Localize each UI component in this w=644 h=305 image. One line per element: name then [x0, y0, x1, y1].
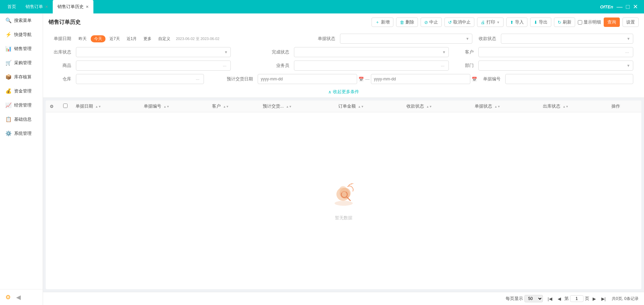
shortcut-yesterday[interactable]: 昨天: [76, 35, 89, 42]
page-input[interactable]: [570, 295, 584, 302]
new-icon: ＋: [375, 19, 380, 25]
sidebar-item-purchase-mgmt-label: 采购管理: [14, 60, 32, 66]
settings-icon[interactable]: ⚙: [50, 104, 54, 109]
filter-area: 单据日期 昨天 今天 近7天 近1月 更多 自定义 2023-06-02 至 2…: [48, 30, 639, 98]
receipt-status-select[interactable]: ▼: [501, 34, 633, 44]
warehouse-input[interactable]: ···: [76, 74, 204, 84]
customer-input[interactable]: ···: [478, 47, 633, 57]
col-no-header[interactable]: 单据编号 ▲▼: [140, 101, 208, 112]
col-date-label: 单据日期: [76, 104, 93, 109]
cancel-stop-button[interactable]: ↺ 取消中止: [444, 17, 474, 27]
page-suffix: 页: [585, 296, 589, 302]
stop-button[interactable]: ⊘ 中止: [421, 17, 442, 27]
last-page-btn[interactable]: ▶|: [599, 296, 608, 302]
sidebar-settings-icon[interactable]: ⚙: [5, 294, 11, 301]
col-checkbox-header[interactable]: [59, 101, 72, 112]
sidebar-item-basic-info[interactable]: 📋 基础信息: [0, 112, 43, 126]
refresh-button[interactable]: ↻ 刷新: [554, 17, 575, 27]
sidebar-item-purchase-mgmt[interactable]: 🛒 采购管理: [0, 56, 43, 70]
import-label: 导入: [515, 19, 524, 25]
sidebar-item-inventory[interactable]: 📦 库存核算: [0, 70, 43, 84]
sidebar-item-finance[interactable]: 💰 资金管理: [0, 84, 43, 98]
sidebar-item-search-menu[interactable]: 🔍 搜索菜单: [0, 13, 43, 28]
settings-label: 设置: [626, 19, 635, 25]
sidebar-item-inventory-label: 库存核算: [14, 74, 32, 80]
window-minimize-btn[interactable]: —: [616, 3, 622, 10]
window-maximize-btn[interactable]: □: [626, 3, 630, 10]
tab-sales-order[interactable]: 销售订单 ✕: [21, 0, 53, 13]
first-page-btn[interactable]: |◀: [546, 296, 554, 302]
shortcut-7days[interactable]: 近7天: [107, 35, 123, 42]
salesman-input[interactable]: ···: [294, 61, 449, 71]
warehouse-dots[interactable]: ···: [195, 77, 201, 82]
collapse-row[interactable]: ∧ 收起更多条件: [54, 87, 633, 98]
expected-date-from[interactable]: [258, 74, 357, 84]
sidebar-item-operations[interactable]: 📈 经营管理: [0, 98, 43, 112]
tab-home[interactable]: 首页: [3, 0, 21, 13]
col-date-header[interactable]: 单据日期 ▲▼: [72, 101, 140, 112]
refresh-icon: ↻: [558, 20, 561, 25]
sidebar: 🔍 搜索菜单 ⚡ 快捷导航 📊 销售管理 🛒 采购管理 📦 库存核算 💰: [0, 13, 43, 305]
col-settings-header[interactable]: ⚙: [46, 101, 59, 112]
customer-dots[interactable]: ···: [624, 50, 630, 55]
calendar-to-icon[interactable]: 📅: [472, 77, 477, 82]
print-button[interactable]: 🖨 打印 ▼: [477, 17, 504, 27]
col-out-status-header[interactable]: 出库状态 ▲▼: [539, 101, 607, 112]
col-no-sort[interactable]: ▲▼: [164, 105, 170, 108]
expected-date-to[interactable]: [371, 74, 470, 84]
tab-sales-order-history-close[interactable]: ✕: [86, 5, 89, 9]
out-status-select[interactable]: ▼: [76, 47, 231, 57]
delete-button[interactable]: 🗑 删除: [396, 17, 418, 27]
col-bill-status-sort[interactable]: ▲▼: [495, 105, 501, 108]
print-label: 打印: [486, 19, 495, 25]
tab-sales-order-history[interactable]: 销售订单历史 ✕: [53, 0, 93, 13]
sidebar-item-quick-nav[interactable]: ⚡ 快捷导航: [0, 28, 43, 42]
sidebar-item-operations-label: 经营管理: [14, 102, 32, 108]
expected-date-label: 预计交货日期: [227, 76, 256, 82]
bill-status-select[interactable]: ▼: [340, 34, 472, 44]
new-button[interactable]: ＋ 新增: [372, 17, 393, 27]
bill-no-input[interactable]: [505, 74, 633, 84]
sidebar-collapse-icon[interactable]: ◀: [16, 294, 21, 301]
import-button[interactable]: ⬆ 导入: [506, 17, 527, 27]
col-receipt-status-header[interactable]: 收款状态 ▲▼: [402, 101, 471, 112]
sidebar-item-sales-mgmt[interactable]: 📊 销售管理: [0, 42, 43, 56]
shortcut-more[interactable]: 更多: [141, 35, 154, 42]
col-bill-status-header[interactable]: 单据状态 ▲▼: [471, 101, 539, 112]
window-close-btn[interactable]: ✕: [633, 3, 638, 10]
next-page-btn[interactable]: ▶: [591, 296, 598, 302]
query-button[interactable]: 查询: [604, 17, 620, 27]
shortcut-custom[interactable]: 自定义: [156, 35, 173, 42]
calendar-from-icon[interactable]: 📅: [358, 77, 364, 82]
shortcut-1month[interactable]: 近1月: [124, 35, 140, 42]
sys-mgmt-icon: ⚙️: [5, 130, 11, 137]
col-receipt-status-sort[interactable]: ▲▼: [426, 105, 432, 108]
col-out-status-sort[interactable]: ▲▼: [563, 105, 569, 108]
display-toggle-checkbox[interactable]: [578, 20, 582, 25]
dept-select[interactable]: ▼: [478, 61, 633, 71]
select-all-checkbox[interactable]: [63, 104, 68, 108]
col-date-sort[interactable]: ▲▼: [95, 105, 101, 108]
prev-page-btn[interactable]: ◀: [556, 296, 563, 302]
product-dots[interactable]: ···: [221, 63, 228, 68]
page-header: 销售订单历史 ＋ 新增 🗑 删除 ⊘ 中止 ↺: [43, 13, 644, 98]
col-amount-header[interactable]: 订单金额 ▲▼: [334, 101, 402, 112]
tab-sales-order-close[interactable]: ✕: [45, 5, 48, 9]
svg-point-0: [335, 201, 353, 205]
export-button[interactable]: ⬇ 导出: [530, 17, 551, 27]
col-amount-sort[interactable]: ▲▼: [358, 105, 364, 108]
shortcut-today[interactable]: 今天: [91, 35, 105, 42]
col-expected-sort[interactable]: ▲▼: [286, 105, 292, 108]
sidebar-item-sys-mgmt[interactable]: ⚙️ 系统管理: [0, 126, 43, 141]
complete-status-select[interactable]: ▼: [294, 47, 449, 57]
delete-label: 删除: [405, 19, 414, 25]
settings-button[interactable]: 设置: [622, 17, 639, 27]
salesman-dots[interactable]: ···: [439, 63, 446, 68]
col-customer-header[interactable]: 客户 ▲▼: [208, 101, 258, 112]
per-page-select[interactable]: 50 10 20 100: [524, 295, 543, 302]
col-expected-header[interactable]: 预计交货... ▲▼: [259, 101, 334, 112]
display-toggle[interactable]: 显示明细: [578, 19, 601, 25]
sidebar-item-sys-mgmt-label: 系统管理: [14, 130, 32, 137]
product-input[interactable]: ···: [76, 61, 231, 71]
col-customer-sort[interactable]: ▲▼: [223, 105, 229, 108]
